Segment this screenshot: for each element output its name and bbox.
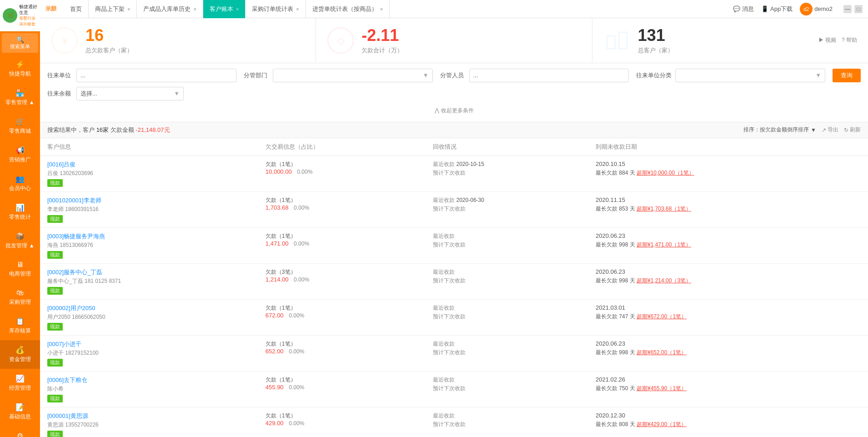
- customer-name-link-0[interactable]: [0016]吕俊: [47, 161, 75, 168]
- debt-amount-2: 1,471.00: [266, 240, 289, 247]
- customer-name-link-5[interactable]: [0007]小进干: [47, 341, 81, 347]
- tab-customer-account-close[interactable]: ×: [236, 6, 239, 12]
- sidebar-nav: 🔍 搜索菜单 ⚡ 快捷导航 🏪 零售管理 ▲ 🛒 零售商城 📢 营销推广 👥: [0, 31, 40, 437]
- customer-name-link-1[interactable]: [0001020001]李老师: [47, 197, 101, 204]
- overdue-amount-link-7[interactable]: 超期¥429.00（1笔）: [637, 421, 687, 427]
- svg-rect-4: [607, 36, 615, 49]
- sidebar-item-inventory[interactable]: 📋 库存核算: [0, 311, 40, 340]
- col-header-overdue: 到期未收款日期: [588, 138, 868, 156]
- refresh-btn[interactable]: ↻ 刷新: [844, 126, 861, 134]
- cell-debt-3: 欠款（3笔） 1,214.00 0.00%: [258, 263, 426, 299]
- overdue-amount-link-6[interactable]: 超期¥455.90（1笔）: [637, 385, 687, 392]
- staff-input[interactable]: ...: [469, 69, 629, 82]
- unit-category-select[interactable]: ▼: [675, 69, 825, 82]
- customer-name-link-6[interactable]: [0006]去下粮仓: [47, 377, 87, 383]
- tab-home[interactable]: 首页: [64, 0, 89, 18]
- app-download-btn[interactable]: 📱 App下载: [761, 5, 793, 13]
- filter-collapse: ⋀ 收起更多条件: [47, 105, 861, 116]
- tab-purchase-order-close[interactable]: ×: [296, 6, 299, 12]
- tab-customer-account-label: 客户账本: [210, 5, 233, 13]
- collect-label-6: 最近收款: [433, 376, 581, 384]
- sidebar-item-system[interactable]: ⚙ 系统管理: [0, 426, 40, 437]
- cell-collect-5: 最近收款 预计下次收款: [426, 335, 588, 371]
- sidebar-item-search-menu[interactable]: 🔍 搜索菜单: [2, 33, 38, 53]
- sidebar-item-retail-mgmt[interactable]: 🏪 零售管理 ▲: [0, 83, 40, 112]
- tab-purchase-stats[interactable]: 进货单统计表（按商品） ×: [306, 0, 390, 18]
- overdue-amount-link-0[interactable]: 超期¥10,000.00（1笔）: [637, 170, 694, 176]
- message-btn[interactable]: 💬 消息: [733, 5, 754, 13]
- tab-production-history-close[interactable]: ×: [193, 6, 196, 12]
- search-button[interactable]: 查询: [833, 69, 861, 82]
- debt-amount-0: 10,000.00: [266, 168, 292, 175]
- video-btn[interactable]: ▶ 视频: [818, 36, 836, 44]
- sort-select[interactable]: 排序：按欠款金额倒序排序 ▼: [743, 126, 816, 134]
- overdue-date-4: 2021.03.01: [596, 304, 861, 311]
- minimize-btn[interactable]: —: [843, 5, 852, 13]
- sort-arrow-icon: ▼: [811, 127, 816, 133]
- overdue-amount-link-3[interactable]: 超期¥1,214.00（3笔）: [637, 277, 691, 284]
- customer-tag-2: 现款: [47, 251, 63, 259]
- tab-products-offline-close[interactable]: ×: [127, 6, 130, 12]
- tab-production-history[interactable]: 产成品入库单历史 ×: [137, 0, 203, 18]
- cell-debt-6: 欠款（1笔） 455.90 0.00%: [258, 371, 426, 407]
- overdue-amount-link-4[interactable]: 超期¥672.00（1笔）: [637, 313, 687, 320]
- tab-purchase-order[interactable]: 采购订单统计表 ×: [246, 0, 306, 18]
- summary-card-overdue-customers: ¥ 16 总欠款客户（家）: [40, 18, 316, 63]
- cell-customer-0: [0016]吕俊 吕俊 13026203696 现款: [40, 156, 258, 191]
- sidebar-item-retail-stats[interactable]: 📊 零售统计: [0, 198, 40, 226]
- dept-select[interactable]: ▼: [273, 69, 433, 82]
- debt-label-3: 欠款（3笔）: [266, 268, 418, 276]
- help-btn[interactable]: ? 帮助: [842, 36, 857, 44]
- unit-category-label: 往来单位分类: [636, 71, 672, 80]
- sidebar-item-batch-mgmt[interactable]: 📦 批发管理 ▲: [0, 226, 40, 255]
- debt-label-7: 欠款（1笔）: [266, 412, 418, 420]
- sidebar-item-label: 经营管理: [9, 384, 31, 392]
- sidebar-item-quick-nav[interactable]: ⚡ 快捷导航: [0, 55, 40, 83]
- debt-amount-1: 1,703.68: [266, 204, 289, 211]
- customer-name-link-7[interactable]: [000001]黄思源: [47, 412, 88, 419]
- cell-overdue-7: 2020.12.30 最长欠款 808 天 超期¥429.00（1笔）: [588, 407, 868, 437]
- tab-purchase-stats-close[interactable]: ×: [380, 6, 383, 12]
- cell-customer-3: [0002]服务中心_丁磊 服务中心_丁磊 181 0125 8371 现款: [40, 263, 258, 299]
- source-unit-input[interactable]: ...: [76, 69, 236, 82]
- sidebar-item-member-center[interactable]: 👥 会员中心: [0, 169, 40, 198]
- balance-select[interactable]: 选择... ▼: [76, 87, 184, 100]
- customer-phone-4: 用户2050 18665062050: [47, 313, 251, 321]
- collect-label-2: 最近收款: [433, 232, 581, 240]
- user-menu[interactable]: d2 demo2: [800, 3, 833, 15]
- customer-name-link-2[interactable]: [0003]畅捷服务尹海燕: [47, 233, 105, 240]
- refresh-label: 刷新: [850, 126, 861, 134]
- sidebar-item-retail-mall[interactable]: 🛒 零售商城: [0, 112, 40, 141]
- sidebar-item-purchase-mgmt[interactable]: 🛍 采购管理: [0, 283, 40, 311]
- sidebar-item-base-info[interactable]: 📝 基础信息: [0, 397, 40, 426]
- overdue-amount-link-2[interactable]: 超期¥1,471.00（1笔）: [637, 241, 691, 248]
- logo-text: 畅捷通好生意: [19, 4, 37, 15]
- filter-group-staff: 分管人员 ...: [440, 69, 629, 82]
- sidebar-item-label: 快捷导航: [9, 70, 31, 78]
- export-btn[interactable]: ↗ 导出: [822, 126, 838, 134]
- overdue-amount-link-5[interactable]: 超期¥652.00（1笔）: [637, 349, 687, 356]
- tab-customer-account[interactable]: 客户账本 ×: [203, 0, 246, 18]
- sidebar-item-operations[interactable]: 📈 经营管理: [0, 369, 40, 397]
- overdue-amount-link-1[interactable]: 超期¥1,703.68（1笔）: [637, 206, 691, 212]
- customer-name-link-3[interactable]: [0002]服务中心_丁磊: [47, 269, 102, 276]
- overdue-info-3: 最长欠款 998 天 超期¥1,214.00（3笔）: [596, 277, 861, 285]
- debt-percent-3: 0.00%: [294, 276, 309, 283]
- collect-date-0: 2020-10-15: [457, 161, 484, 167]
- customer-name-link-4[interactable]: [000002]用户2050: [47, 305, 95, 311]
- customer-tag-6: 现款: [47, 395, 63, 402]
- table-row: [0002]服务中心_丁磊 服务中心_丁磊 181 0125 8371 现款 欠…: [40, 263, 868, 299]
- collect-next-0: 预计下次收款: [433, 169, 581, 177]
- collect-next-4: 预计下次收款: [433, 313, 581, 321]
- collapse-button[interactable]: ⋀ 收起更多条件: [435, 107, 474, 115]
- tab-products-offline[interactable]: 商品上下架 ×: [89, 0, 137, 18]
- customer-phone-0: 吕俊 13026203696: [47, 170, 251, 177]
- sidebar-item-finance[interactable]: 💰 资金管理: [0, 340, 40, 369]
- cell-collect-1: 最近收款 2020-06-30 预计下次收款: [426, 191, 588, 227]
- col-header-debt: 欠交易信息（占比）: [258, 138, 426, 156]
- sidebar-item-ecommerce[interactable]: 🖥 电商管理: [0, 255, 40, 283]
- results-bar: 搜索结果中，客户 16家 欠款金额 -21,148.07元 排序：按欠款金额倒序…: [40, 122, 868, 138]
- sidebar-item-marketing[interactable]: 📢 营销推广: [0, 141, 40, 169]
- maximize-btn[interactable]: □: [854, 5, 863, 13]
- results-info: 搜索结果中，客户 16家 欠款金额 -21,148.07元: [47, 126, 170, 134]
